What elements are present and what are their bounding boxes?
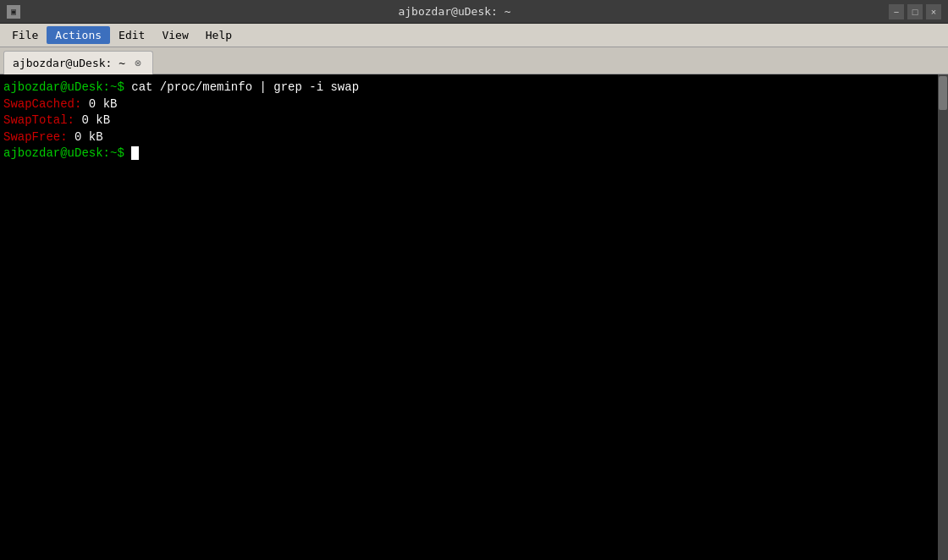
title-bar-title: ajbozdar@uDesk: ~ xyxy=(20,5,889,18)
menu-item-help[interactable]: Help xyxy=(197,26,240,44)
scrollbar[interactable] xyxy=(938,74,948,560)
terminal[interactable]: ajbozdar@uDesk:~$ cat /proc/meminfo | gr… xyxy=(0,74,938,560)
title-bar: ▣ ajbozdar@uDesk: ~ − □ × xyxy=(0,0,948,24)
terminal-line-command: ajbozdar@uDesk:~$ cat /proc/meminfo | gr… xyxy=(3,80,934,96)
restore-button[interactable]: □ xyxy=(907,4,923,19)
window-controls: − □ × xyxy=(889,4,941,19)
menu-item-view[interactable]: View xyxy=(153,26,196,44)
terminal-cursor xyxy=(131,146,139,160)
swap-free-label: SwapFree: xyxy=(3,130,68,144)
swap-cached-value: 0 kB xyxy=(89,97,118,111)
terminal-tab[interactable]: ajbozdar@uDesk: ~ ⊗ xyxy=(3,51,153,74)
terminal-line-swaptotal: SwapTotal: 0 kB xyxy=(3,113,934,129)
minimize-button[interactable]: − xyxy=(889,4,904,19)
menu-bar: File Actions Edit View Help xyxy=(0,24,948,47)
tab-close-button[interactable]: ⊗ xyxy=(132,57,144,69)
menu-item-actions[interactable]: Actions xyxy=(47,26,110,44)
terminal-line-swapcached: SwapCached: 0 kB xyxy=(3,96,934,113)
terminal-icon: ▣ xyxy=(7,5,20,19)
main-container: ajbozdar@uDesk:~$ cat /proc/meminfo | gr… xyxy=(0,74,948,560)
menu-item-file[interactable]: File xyxy=(3,26,47,44)
terminal-line-swapfree: SwapFree: 0 kB xyxy=(3,129,934,146)
terminal-line-prompt2: ajbozdar@uDesk:~$ xyxy=(3,145,934,162)
prompt-text: ajbozdar@uDesk:~$ xyxy=(3,80,124,94)
prompt2-text: ajbozdar@uDesk:~$ xyxy=(3,146,124,160)
swap-total-value: 0 kB xyxy=(81,113,110,127)
tab-label: ajbozdar@uDesk: ~ xyxy=(13,57,125,69)
scrollbar-thumb[interactable] xyxy=(939,76,947,110)
close-button[interactable]: × xyxy=(926,4,941,19)
swap-free-value: 0 kB xyxy=(74,130,103,144)
command-text: cat /proc/meminfo | grep -i swap xyxy=(131,80,359,94)
title-bar-left: ▣ xyxy=(7,5,20,19)
swap-total-label: SwapTotal: xyxy=(3,113,74,127)
menu-item-edit[interactable]: Edit xyxy=(110,26,153,44)
swap-cached-label: SwapCached: xyxy=(3,97,81,111)
tab-bar: ajbozdar@uDesk: ~ ⊗ xyxy=(0,47,948,74)
